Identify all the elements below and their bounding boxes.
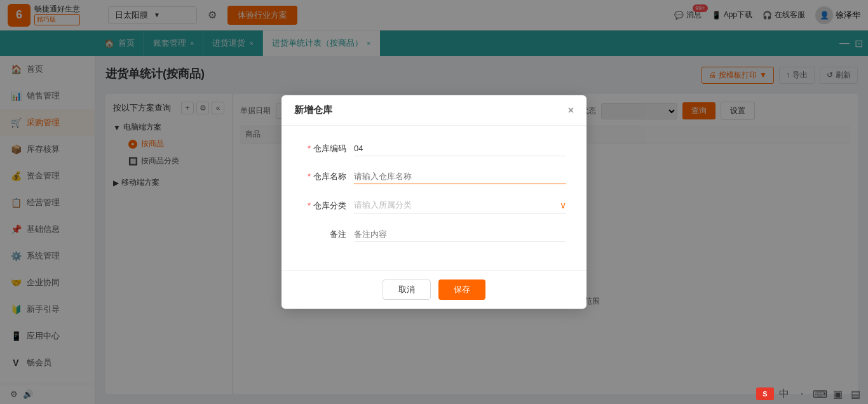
code-label: 仓库编码 [302,143,346,154]
modal-title: 新增仓库 [294,104,332,116]
modal-close-button[interactable]: × [568,105,574,116]
bottom-keyboard-icon[interactable]: ⌨ [812,386,827,401]
form-row-note: 备注 [302,227,566,242]
name-input[interactable] [354,169,566,184]
cancel-button[interactable]: 取消 [383,279,431,300]
bottom-logo: S [756,387,774,400]
bottom-layout-icon[interactable]: ▣ [830,386,845,401]
bottom-menu-icon[interactable]: ▤ [848,386,863,401]
category-placeholder: 请输入所属分类 [354,199,412,211]
modal-header: 新增仓库 × [281,95,587,126]
bottom-dot-icon[interactable]: · [794,386,810,401]
form-row-category: 仓库分类 请输入所属分类 ∨ [302,197,566,214]
modal-footer: 取消 保存 [281,270,587,309]
bottom-bar: S 中 · ⌨ ▣ ▤ [751,384,868,404]
save-button[interactable]: 保存 [438,279,485,300]
code-input[interactable] [354,141,566,156]
note-input[interactable] [354,227,566,242]
modal-add-warehouse: 新增仓库 × 仓库编码 仓库名称 仓库分类 请输入所属分类 ∨ [281,95,587,309]
modal-overlay: 新增仓库 × 仓库编码 仓库名称 仓库分类 请输入所属分类 ∨ [0,0,868,404]
modal-body: 仓库编码 仓库名称 仓库分类 请输入所属分类 ∨ 备注 [281,126,587,270]
category-chevron-icon: ∨ [560,200,566,210]
note-label: 备注 [302,229,346,240]
category-label: 仓库分类 [302,200,346,212]
name-label: 仓库名称 [302,171,346,182]
category-select[interactable]: 请输入所属分类 ∨ [354,197,566,214]
form-row-code: 仓库编码 [302,141,566,156]
bottom-chinese-icon[interactable]: 中 [776,386,792,401]
form-row-name: 仓库名称 [302,169,566,184]
